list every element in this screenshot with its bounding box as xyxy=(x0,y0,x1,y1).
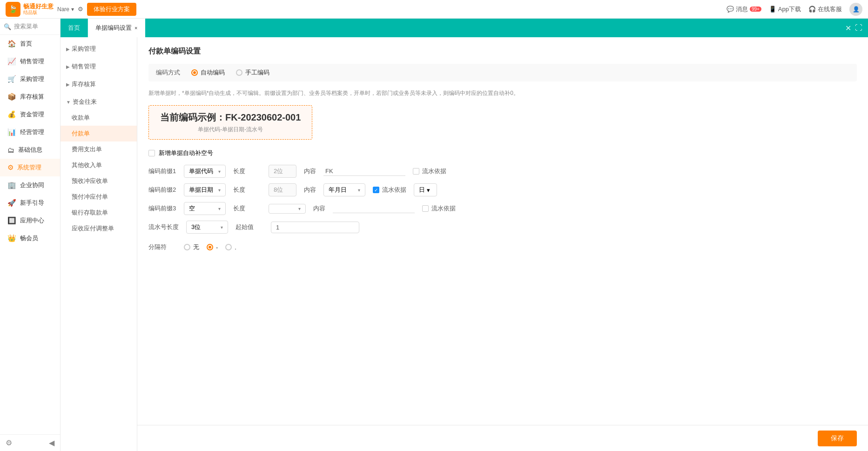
tab-expand-icon[interactable]: ⛶ xyxy=(855,24,862,32)
topbar: 🍃 畅通好生意 结品版 Nare ▾ ⚙ 体验行业方案 💬 消息 99+ 📱 A… xyxy=(0,0,868,19)
sidebar-item-sales[interactable]: 📈 销售管理 xyxy=(0,53,60,70)
messages-item[interactable]: 💬 消息 99+ xyxy=(727,5,761,13)
messages-badge: 99+ xyxy=(750,7,761,12)
serial-length-select[interactable]: 3位 ▾ xyxy=(186,221,228,234)
encoding-method-row: 编码方式 自动编码 手工编码 xyxy=(148,64,857,81)
sidebar-item-inventory[interactable]: 📦 库存核算 xyxy=(0,88,60,106)
prefix3-length-select[interactable]: ▾ xyxy=(269,204,306,214)
sub-item-other-income[interactable]: 其他收入单 xyxy=(61,157,137,173)
sidebar-item-basic[interactable]: 🗂 基础信息 xyxy=(0,141,60,159)
prefix1-serial-checkbox[interactable]: 流水依据 xyxy=(413,167,446,175)
logo-text: 畅通好生意 结品版 xyxy=(23,3,54,16)
prefix1-length-label: 长度 xyxy=(233,167,261,175)
nav-dropdown[interactable]: Nare ▾ xyxy=(57,6,74,13)
sidebar-item-label: 系统管理 xyxy=(17,163,41,172)
sidebar-item-apps[interactable]: 🔲 应用中心 xyxy=(0,212,60,229)
prefix1-row: 编码前缀1 单据代码 ▾ 长度 2位 内容 流水依据 xyxy=(148,165,857,178)
sidebar-item-enterprise[interactable]: 🏢 企业协同 xyxy=(0,176,60,194)
prefix2-select[interactable]: 单据日期 ▾ xyxy=(184,183,226,196)
preview-code-desc: 单据代码-单据日期-流水号 xyxy=(160,126,301,134)
prefix1-content-label: 内容 xyxy=(304,167,316,175)
sep-dash-radio[interactable]: - xyxy=(207,244,218,251)
prefix3-select[interactable]: 空 ▾ xyxy=(184,202,226,215)
sub-item-expense[interactable]: 费用支出单 xyxy=(61,141,137,157)
search-label: 搜索菜单 xyxy=(14,22,38,31)
search-icon: 🔍 xyxy=(4,23,11,30)
sidebar-item-finance[interactable]: 💰 资金管理 xyxy=(0,106,60,123)
basic-icon: 🗂 xyxy=(7,146,14,154)
arrow-right-icon3: ▶ xyxy=(66,82,70,87)
chevron-down-icon-p3: ▾ xyxy=(218,206,221,211)
online-service-item[interactable]: 🎧 在线客服 xyxy=(808,5,842,13)
purchase-icon: 🛒 xyxy=(7,75,16,83)
sidebar-item-system[interactable]: ⚙ 系统管理 xyxy=(0,159,60,176)
prefix3-length-label: 长度 xyxy=(233,204,261,213)
sub-item-bank[interactable]: 银行存取款单 xyxy=(61,205,137,221)
sub-group-sales-title[interactable]: ▶ 销售管理 xyxy=(61,59,137,74)
prefix2-content-select[interactable]: 年月日 ▾ xyxy=(323,183,365,196)
topbar-right: 💬 消息 99+ 📱 App下载 🎧 在线客服 👤 xyxy=(727,3,862,16)
prefix1-content-input[interactable] xyxy=(323,167,405,176)
tab-settings[interactable]: 单据编码设置 × xyxy=(88,19,145,37)
prefix1-serial-label: 流水依据 xyxy=(422,167,446,175)
content-area: 首页 单据编码设置 × ✕ ⛶ ▶ 采购管理 xyxy=(61,19,868,451)
sidebar-item-vip[interactable]: 👑 畅会员 xyxy=(0,229,60,247)
serial-start-input[interactable] xyxy=(271,222,359,233)
sub-item-adjust[interactable]: 应收应付调整单 xyxy=(61,221,137,236)
tab-close-all-icon[interactable]: ✕ xyxy=(845,24,851,33)
arrow-right-icon2: ▶ xyxy=(66,64,70,69)
sep-dot-radio[interactable]: . xyxy=(225,244,236,251)
auto-fill-label: 新增单据自动补空号 xyxy=(159,149,213,157)
prefix3-content-input[interactable] xyxy=(333,204,415,213)
sidebar-search[interactable]: 🔍 搜索菜单 xyxy=(0,19,60,35)
sub-group-capital-title[interactable]: ▼ 资金往来 xyxy=(61,94,137,110)
prefix3-serial-checkbox-box xyxy=(422,205,429,212)
prefix3-serial-label: 流水依据 xyxy=(431,204,456,213)
sidebar-item-guide[interactable]: 🚀 新手引导 xyxy=(0,194,60,212)
sub-group-purchase: ▶ 采购管理 xyxy=(61,41,137,57)
manual-code-radio[interactable]: 手工编码 xyxy=(236,68,269,77)
sub-group-inventory-title[interactable]: ▶ 库存核算 xyxy=(61,76,137,92)
industry-btn[interactable]: 体验行业方案 xyxy=(87,3,136,16)
system-icon: ⚙ xyxy=(7,163,13,172)
prefix3-serial-checkbox[interactable]: 流水依据 xyxy=(422,204,456,213)
prefix1-select[interactable]: 单据代码 ▾ xyxy=(184,165,226,178)
chevron-down-icon: ▾ xyxy=(71,6,74,13)
avatar[interactable]: 👤 xyxy=(849,3,862,16)
auto-fill-row: 新增单据自动补空号 xyxy=(148,149,857,157)
sub-item-prepay-receive[interactable]: 预收冲应收单 xyxy=(61,173,137,189)
arrow-down-icon: ▼ xyxy=(66,100,71,105)
sep-none-radio[interactable]: 无 xyxy=(184,243,199,251)
save-button[interactable]: 保存 xyxy=(818,431,857,446)
sidebar-item-operations[interactable]: 📊 经营管理 xyxy=(0,123,60,141)
main-layout: 🔍 搜索菜单 🏠 首页 📈 销售管理 🛒 采购管理 📦 库存核算 💰 xyxy=(0,19,868,451)
auto-code-radio[interactable]: 自动编码 xyxy=(191,68,225,77)
prefix1-label: 编码前缀1 xyxy=(148,167,176,175)
tab-home[interactable]: 首页 xyxy=(61,19,88,37)
prefix2-day-select[interactable]: 日 ▾ xyxy=(414,183,437,196)
tab-close-icon[interactable]: × xyxy=(135,25,137,31)
sidebar-item-label: 首页 xyxy=(20,40,32,48)
sub-item-prepay-pay[interactable]: 预付冲应付单 xyxy=(61,189,137,205)
info-text: 新增单据时，*单据编码*自动生成，不可编辑。前缀设置为部门、业务员等档案类，开单… xyxy=(148,89,857,98)
main-content: 付款单编码设置 编码方式 自动编码 手工编码 xyxy=(137,37,868,425)
topbar-nav: Nare ▾ ⚙ xyxy=(57,6,83,13)
prefix2-serial-checkbox[interactable]: ✓ 流水依据 xyxy=(373,186,406,194)
sidebar-item-label: 库存核算 xyxy=(20,93,44,101)
sub-group-purchase-title[interactable]: ▶ 采购管理 xyxy=(61,41,137,57)
chevron-down-icon-sl: ▾ xyxy=(221,225,223,230)
serial-start-label: 起始值 xyxy=(236,223,263,231)
collapse-icon[interactable]: ◀ xyxy=(49,438,54,447)
chevron-down-icon-p2c: ▾ xyxy=(358,188,360,193)
sub-group-sales: ▶ 销售管理 xyxy=(61,59,137,74)
gear-icon[interactable]: ⚙ xyxy=(78,6,83,13)
sidebar-item-purchase[interactable]: 🛒 采购管理 xyxy=(0,70,60,88)
prefix2-row: 编码前缀2 单据日期 ▾ 长度 8位 内容 年月日 ▾ xyxy=(148,183,857,196)
sidebar-item-label: 畅会员 xyxy=(20,234,38,242)
auto-fill-checkbox[interactable] xyxy=(148,150,155,156)
settings-footer-icon[interactable]: ⚙ xyxy=(6,438,12,447)
sub-item-receipt[interactable]: 收款单 xyxy=(61,110,137,126)
app-download-item[interactable]: 📱 App下载 xyxy=(769,5,801,13)
sidebar-item-home[interactable]: 🏠 首页 xyxy=(0,35,60,53)
sub-item-payment[interactable]: 付款单 xyxy=(61,126,137,141)
